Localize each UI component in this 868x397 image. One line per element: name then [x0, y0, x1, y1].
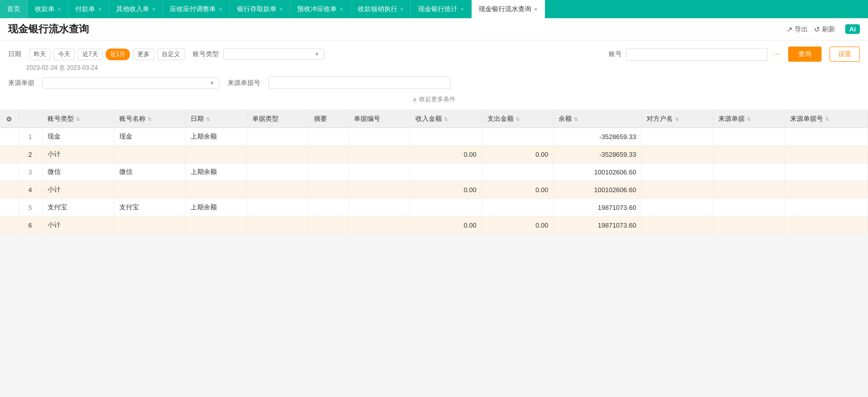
date-btn-yesterday[interactable]: 昨天 — [29, 49, 51, 60]
nav-bank-deposit[interactable]: 银行存取款单 × — [230, 0, 290, 18]
cell-doc-no — [348, 199, 410, 216]
nav-payment[interactable]: 付款单 × — [68, 0, 109, 18]
cell-expense — [482, 128, 554, 146]
table-row: 3微信微信上期余额100102606.60 — [0, 163, 868, 181]
cell-income — [410, 163, 482, 181]
filter-row-1: 日期 昨天 今天 近7天 近1月 更多 自定义 账号类型 ▼ 账号 ··· 查询… — [8, 47, 860, 62]
nav-other-income[interactable]: 其他收入单 × — [109, 0, 163, 18]
settings-button[interactable]: 设置 — [830, 47, 860, 62]
nav-other-income-label: 其他收入单 — [116, 5, 149, 14]
nav-other-income-close[interactable]: × — [152, 6, 155, 12]
cell-summary — [309, 146, 348, 163]
cell-summary — [309, 163, 348, 181]
col-index — [18, 110, 42, 128]
cell-doc-type — [247, 146, 309, 163]
cell-index: 5 — [18, 199, 42, 216]
cell-account-name: 支付宝 — [114, 199, 186, 216]
account-label: 账号 — [609, 50, 622, 59]
cell-account-name — [114, 216, 186, 234]
col-source-doc-no[interactable]: 来源单据号⇅ — [785, 110, 868, 128]
nav-pre-offset-close[interactable]: × — [340, 6, 343, 12]
col-income[interactable]: 收入金额⇅ — [410, 110, 482, 128]
table-container: ⚙ 账号类型⇅ 账号名称⇅ 日期⇅ 单据类型 摘要 单据编号 收入金额⇅ 支出金… — [0, 110, 868, 234]
col-expense[interactable]: 支出金额⇅ — [482, 110, 554, 128]
cell-account-type: 小计 — [42, 216, 114, 234]
export-button[interactable]: ↗ 导出 — [787, 25, 808, 34]
nav-writeoff-close[interactable]: × — [400, 6, 403, 12]
ai-badge[interactable]: Ai — [845, 24, 860, 34]
cell-income: 0.00 — [410, 216, 482, 234]
nav-pre-offset[interactable]: 预收冲应收单 × — [290, 0, 350, 18]
account-type-arrow-icon: ▼ — [314, 51, 319, 57]
cell-source-doc — [713, 128, 785, 146]
col-account-type[interactable]: 账号类型⇅ — [42, 110, 114, 128]
nav-ar-adjust-label: 应收应付调整单 — [170, 5, 216, 14]
nav-receipt-close[interactable]: × — [58, 6, 61, 12]
nav-cash-flow[interactable]: 现金银行流水查询 × — [472, 0, 545, 18]
date-btn-custom[interactable]: 自定义 — [157, 49, 185, 60]
cell-doc-type — [247, 199, 309, 216]
data-table: ⚙ 账号类型⇅ 账号名称⇅ 日期⇅ 单据类型 摘要 单据编号 收入金额⇅ 支出金… — [0, 110, 868, 234]
col-counterparty[interactable]: 对方户名⇅ — [642, 110, 713, 128]
nav-receipt[interactable]: 收款单 × — [28, 0, 68, 18]
cell-doc-type — [247, 128, 309, 146]
cell-balance: 100102606.60 — [554, 163, 642, 181]
date-btn-1month[interactable]: 近1月 — [106, 49, 130, 60]
source-doc-arrow-icon: ▼ — [209, 80, 215, 86]
cell-source-doc — [713, 181, 785, 199]
col-account-name[interactable]: 账号名称⇅ — [114, 110, 186, 128]
cell-account-name: 微信 — [114, 163, 186, 181]
cell-counterparty — [642, 128, 713, 146]
col-source-doc[interactable]: 来源单据⇅ — [713, 110, 785, 128]
cell-doc-no — [348, 146, 410, 163]
page-title: 现金银行流水查询 — [8, 22, 89, 36]
cell-doc-no — [348, 216, 410, 234]
cell-account-name: 现金 — [114, 128, 186, 146]
nav-payment-close[interactable]: × — [98, 6, 101, 12]
source-doc-no-input[interactable] — [268, 76, 450, 89]
nav-cash-stat-close[interactable]: × — [461, 6, 464, 12]
source-doc-select[interactable]: ▼ — [42, 77, 219, 89]
account-type-label: 账号类型 — [193, 50, 219, 59]
cell-expense — [482, 163, 554, 181]
cell-gear — [0, 128, 18, 146]
date-btn-more[interactable]: 更多 — [133, 49, 154, 60]
table-header-row: ⚙ 账号类型⇅ 账号名称⇅ 日期⇅ 单据类型 摘要 单据编号 收入金额⇅ 支出金… — [0, 110, 868, 128]
nav-bank-deposit-close[interactable]: × — [280, 6, 283, 12]
nav-cash-flow-close[interactable]: × — [534, 6, 537, 12]
cell-gear — [0, 163, 18, 181]
nav-ar-adjust[interactable]: 应收应付调整单 × — [163, 0, 230, 18]
nav-cash-stat[interactable]: 现金银行统计 × — [411, 0, 471, 18]
query-button[interactable]: 查询 — [788, 47, 821, 62]
cell-source-doc — [713, 216, 785, 234]
account-more-button[interactable]: ··· — [773, 50, 780, 59]
collapse-label: 收起更多条件 — [419, 95, 455, 104]
cell-doc-no — [348, 128, 410, 146]
col-gear[interactable]: ⚙ — [0, 110, 18, 128]
nav-ar-adjust-close[interactable]: × — [219, 6, 222, 12]
cell-date — [186, 181, 247, 199]
cell-counterparty — [642, 181, 713, 199]
date-btn-today[interactable]: 今天 — [54, 49, 75, 60]
account-input[interactable] — [626, 48, 767, 61]
nav-home[interactable]: 首页 — [0, 0, 28, 18]
cell-source-doc-no — [785, 216, 868, 234]
table-row: 4小计0.000.00100102606.60 — [0, 181, 868, 199]
table-row: 5支付宝支付宝上期余额19871073.60 — [0, 199, 868, 216]
date-btn-7days[interactable]: 近7天 — [78, 49, 103, 60]
collapse-button[interactable]: ∧ 收起更多条件 — [413, 95, 455, 104]
cell-income — [410, 199, 482, 216]
col-date[interactable]: 日期⇅ — [186, 110, 247, 128]
cell-counterparty — [642, 199, 713, 216]
cell-date: 上期余额 — [186, 128, 247, 146]
date-options: 昨天 今天 近7天 近1月 更多 自定义 — [29, 49, 185, 60]
nav-writeoff[interactable]: 收款核销执行 × — [351, 0, 411, 18]
refresh-button[interactable]: ↺ 刷新 — [814, 25, 835, 34]
cell-expense: 0.00 — [482, 181, 554, 199]
col-balance[interactable]: 余额⇅ — [554, 110, 642, 128]
collapse-chevron-icon: ∧ — [413, 96, 417, 103]
cell-source-doc-no — [785, 128, 868, 146]
account-type-select[interactable]: ▼ — [223, 49, 324, 60]
cell-expense — [482, 199, 554, 216]
source-doc-label: 来源单据 — [8, 78, 34, 87]
